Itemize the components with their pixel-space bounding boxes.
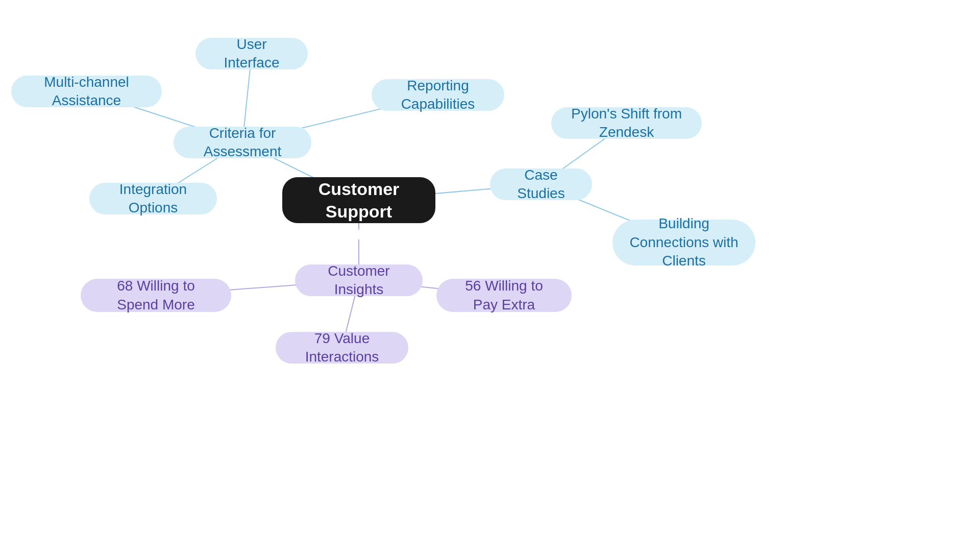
integration-node: Integration Options xyxy=(89,183,217,214)
center-label: Evaluating Customer Support Solutions xyxy=(308,155,410,246)
reporting-node: Reporting Capabilities xyxy=(372,79,504,111)
customer-insights-node: Customer Insights xyxy=(295,265,423,296)
criteria-node: Criteria for Assessment xyxy=(174,127,311,158)
multi-channel-node: Multi-channel Assistance xyxy=(11,76,162,107)
case-studies-node: Case Studies xyxy=(490,169,592,200)
building-connections-node: Building Connections with Clients xyxy=(612,220,755,266)
willing-spend-node: 68 Willing to Spend More xyxy=(81,279,231,312)
willing-pay-node: 56 Willing to Pay Extra xyxy=(436,279,572,312)
center-node: Evaluating Customer Support Solutions xyxy=(282,177,435,223)
pylons-shift-node: Pylon's Shift from Zendesk xyxy=(551,107,702,139)
user-interface-node: User Interface xyxy=(195,38,308,69)
value-interactions-node: 79 Value Interactions xyxy=(276,332,408,364)
